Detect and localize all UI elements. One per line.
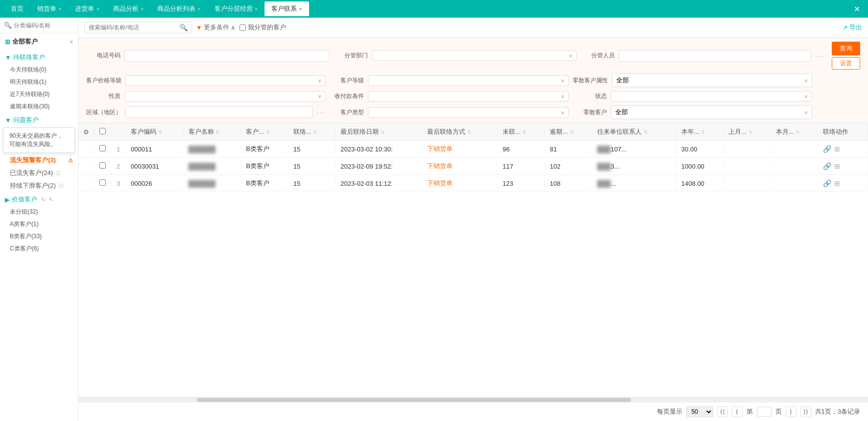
col-checkbox[interactable] (95, 124, 111, 141)
row1-grid-icon[interactable]: ⊞ (834, 145, 840, 153)
search-input[interactable] (89, 24, 179, 31)
tab-customer-contact[interactable]: 客户联系 × (265, 1, 309, 16)
dept-select[interactable]: ∨ (372, 50, 577, 61)
filter-field-dept: 分管部门 ∨ (334, 50, 577, 61)
row1-method-link[interactable]: 下销货单 (427, 145, 453, 152)
row1-last-method[interactable]: 下销货单 (422, 141, 498, 158)
close-productanalysislist-icon[interactable]: × (197, 6, 200, 12)
phone-input[interactable] (124, 50, 330, 62)
home-tab[interactable]: 首页 (4, 1, 30, 16)
sidebar-item-declining[interactable]: 持续下滑客户(2) ⓘ (0, 179, 78, 192)
payment-select[interactable]: ∨ (368, 91, 569, 101)
person-input[interactable] (619, 50, 811, 62)
row3-check[interactable] (99, 179, 106, 186)
query-button[interactable]: 查询 (832, 42, 860, 55)
sidebar-item-unclassified[interactable]: 未分组(32) (0, 206, 78, 218)
row3-last-method[interactable]: 下销货单 (422, 175, 498, 192)
scrollbar-thumb[interactable] (197, 398, 631, 402)
row3-method-link[interactable]: 下销货单 (427, 179, 453, 187)
col-contact-person-sort[interactable]: ⇅ (644, 129, 648, 135)
row2-checkbox[interactable] (95, 158, 111, 175)
row3-link-icon[interactable]: 🔗 (823, 179, 831, 187)
tab-product-analysis-list[interactable]: 商品分析列表 × (150, 1, 207, 16)
export-button[interactable]: ↗ 导出 (843, 23, 862, 32)
sidebar-item-churn-warning[interactable]: 流失预警客户(3) ⚠ (0, 154, 78, 167)
sidebar-group-pending-contact[interactable]: ▼ 待联络客户 (0, 50, 78, 64)
col-this-month-sort[interactable]: ⇅ (796, 129, 799, 135)
retail-customer-select[interactable]: 全部∨ (611, 105, 812, 119)
col-code-sort[interactable]: ⇅ (158, 129, 162, 135)
col-last-date-sort[interactable]: ⇅ (381, 129, 385, 135)
close-purchaseorder-icon[interactable]: × (96, 6, 99, 12)
col-last-month-sort[interactable]: ⇅ (748, 129, 752, 135)
sidebar-item-tomorrow-contact[interactable]: 明天待联络(1) (0, 76, 78, 88)
row2-grid-icon[interactable]: ⊞ (834, 162, 840, 170)
row2-last-method[interactable]: 下销货单 (422, 158, 498, 175)
customer-tier-select[interactable]: ∨ (368, 75, 569, 86)
close-customertier-icon[interactable]: × (255, 6, 258, 12)
col-contact-sort[interactable]: ⇅ (313, 129, 317, 135)
sidebar-group-problem-customers[interactable]: ▼ 问题客户 (0, 113, 78, 126)
settings-button[interactable]: 设置 (832, 57, 860, 70)
col-this-year-sort[interactable]: ⇅ (701, 129, 705, 135)
next-page-button[interactable]: ⟩ (786, 406, 796, 417)
sidebar-item-today-contact[interactable]: 今天待联络(0) (0, 64, 78, 76)
col-uncontacted-sort[interactable]: ⇅ (522, 129, 526, 135)
search-submit-icon[interactable]: 🔍 (179, 24, 188, 31)
per-page-select[interactable]: 50 100 200 (686, 406, 713, 417)
close-productanalysis-icon[interactable]: × (141, 6, 144, 12)
first-page-button[interactable]: ⟨⟨ (717, 406, 728, 417)
row2-method-link[interactable]: 下销货单 (427, 162, 453, 170)
row1-last-date: 2023-03-02 10:30: (336, 141, 422, 158)
row1-check[interactable] (99, 145, 106, 151)
dept-label: 分管部门 (334, 51, 368, 60)
page-number-input[interactable]: 1 (757, 407, 772, 417)
close-salesorder-icon[interactable]: × (58, 6, 61, 12)
row2-index: 2 (111, 158, 126, 175)
col-method-sort[interactable]: ⇅ (467, 129, 471, 135)
sidebar-item-c-class[interactable]: C类客户(6) (0, 243, 78, 255)
sidebar-item-a-class[interactable]: A类客户(1) (0, 218, 78, 230)
sidebar-item-overdue-contact[interactable]: 逾期未联络(30) (0, 100, 78, 113)
row1-link-icon[interactable]: 🔗 (823, 145, 831, 153)
col-name-sort[interactable]: ⇅ (216, 129, 219, 135)
row3-checkbox[interactable] (95, 175, 111, 192)
refresh-icon[interactable]: ↻ (41, 197, 46, 203)
customer-type-select[interactable]: ∨ (368, 107, 569, 118)
region-more-dots[interactable]: ··· (317, 108, 326, 116)
my-customers-checkbox[interactable]: 我分管的客户 (240, 23, 286, 32)
row1-checkbox[interactable] (95, 141, 111, 158)
col-settings[interactable]: ⚙ (78, 124, 95, 141)
row2-link-icon[interactable]: 🔗 (823, 162, 831, 170)
edit-icon[interactable]: ✎ (48, 197, 53, 203)
close-customercontact-icon[interactable]: × (299, 6, 302, 12)
region-input[interactable] (125, 106, 313, 118)
grid-icon: ⊞ (5, 38, 10, 46)
window-close-button[interactable]: ✕ (850, 2, 864, 16)
tab-customer-tier[interactable]: 客户分层经营 × (208, 1, 265, 16)
horizontal-scrollbar[interactable] (78, 397, 868, 402)
last-page-button[interactable]: ⟩⟩ (800, 406, 811, 417)
my-customers-checkbox-input[interactable] (240, 25, 246, 31)
more-conditions-button[interactable]: ▼ 更多条件 ∧ (196, 23, 236, 32)
tab-purchaseorder[interactable]: 进货单 × (68, 1, 106, 16)
nature-select[interactable]: ∨ (124, 91, 326, 101)
sidebar-item-7day-contact[interactable]: 近7天待联络(0) (0, 88, 78, 100)
sidebar-group-value-customers[interactable]: ▶ 价值客户 ↻ ✎ (0, 192, 78, 206)
person-more-dots[interactable]: ··· (815, 52, 824, 60)
sidebar-item-b-class[interactable]: B类客户(33) (0, 230, 78, 243)
row2-check[interactable] (99, 162, 106, 169)
row3-grid-icon[interactable]: ⊞ (834, 179, 840, 187)
prev-page-button[interactable]: ⟨ (732, 406, 743, 417)
sidebar-item-churned[interactable]: 已流失客户(24) ⓘ (0, 167, 78, 179)
status-select[interactable]: ∨ (611, 91, 812, 101)
col-overdue-sort[interactable]: ⇅ (570, 129, 574, 135)
sidebar-collapse-button[interactable]: « (70, 38, 73, 45)
tab-salesorder[interactable]: 销货单 × (30, 1, 68, 16)
col-type-sort[interactable]: ⇅ (266, 129, 270, 135)
price-tier-select[interactable]: ∨ (125, 75, 326, 86)
select-all-checkbox[interactable] (99, 128, 106, 134)
tab-product-analysis[interactable]: 商品分析 × (106, 1, 150, 16)
retail-attr-select[interactable]: 全部∨ (612, 74, 812, 87)
sidebar-search-input[interactable] (14, 22, 74, 29)
